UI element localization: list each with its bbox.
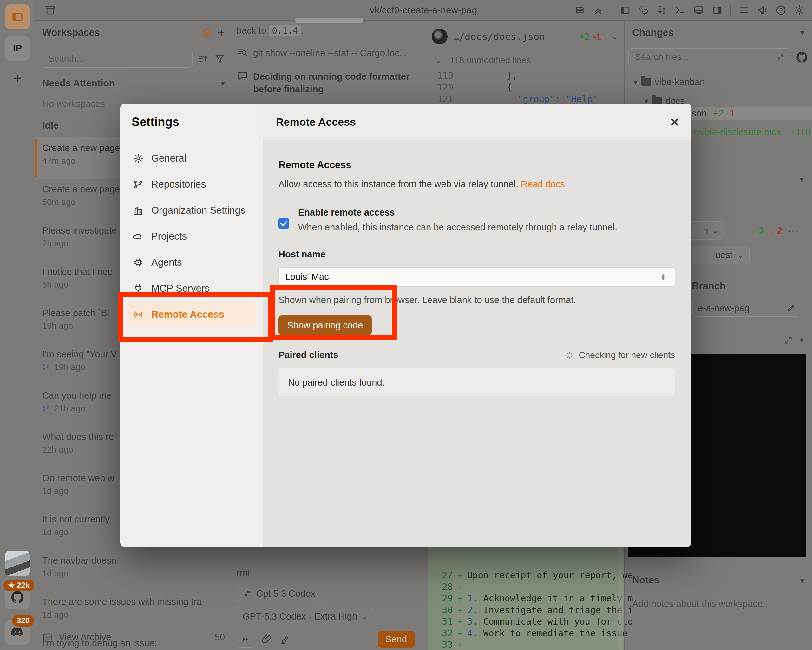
search-input[interactable] [47,54,186,64]
enable-remote-access-checkbox[interactable] [278,218,289,229]
notes-input[interactable]: Add notes about this workspace... [632,599,770,609]
archive-icon [44,5,56,16]
settings-nav-item[interactable]: Projects [127,223,256,249]
settings-nav-item[interactable]: MCP Servers [127,275,256,301]
paired-clients-label: Paired clients [278,350,339,360]
timestamp: 2h ago [42,237,69,250]
workspaces-layout-tile[interactable] [5,5,30,29]
pencil-icon[interactable] [786,303,796,313]
rows-layout-button[interactable] [573,3,587,17]
added-line: 31 + 3. Communicate with you for clo [428,616,624,628]
toggle-right-panel-button[interactable] [710,3,724,17]
close-icon[interactable]: × [670,115,679,129]
chat-bubbles-icon [638,5,649,16]
collapse-all-button[interactable] [591,3,605,17]
new-workspace-button[interactable]: + [218,26,225,39]
section-needs-attention[interactable]: Needs Attention ▾ [35,72,232,94]
more-options-button[interactable]: ··· [788,225,798,236]
show-pairing-code-button[interactable]: Show pairing code [278,315,372,335]
branch-name-field[interactable]: e-a-new-pag [692,300,801,317]
feedback-button[interactable] [756,3,769,17]
github-icon[interactable] [795,51,808,63]
code-line: 121 "group": "Help" [419,93,624,105]
chevron-down-icon[interactable]: ⌄ [611,32,618,41]
github-button[interactable]: ★22k [5,584,30,609]
settings-nav: Settings General Repositories Organizati… [120,104,263,547]
settings-nav-item[interactable]: General [127,145,256,171]
pr-dropdown-button[interactable]: ⌄ [731,246,749,264]
menu-button[interactable] [737,3,751,17]
preview-button[interactable] [692,3,706,17]
view-archive-row[interactable]: View Archive 50 [35,624,232,650]
unmodified-toggle[interactable]: ⌄ 118 unmodified lines [419,44,624,66]
send-button[interactable]: Send [378,631,415,648]
model-select[interactable]: GPT-5.3 Codex · Extra High ⌄ [237,608,374,625]
workspaces-title: Workspaces [42,27,100,38]
scrollbar[interactable] [618,547,623,650]
add-workspace-button[interactable]: + [5,66,30,90]
hostname-label: Host name [278,249,675,260]
chevron-down-icon: ⌄ [435,55,442,66]
settings-nav-item[interactable]: Agents [127,249,256,275]
discord-button[interactable]: 320 [5,620,30,645]
fast-forward-button[interactable] [237,631,254,648]
model-chip-button[interactable]: Gpt 5 3 Codex [237,585,321,602]
discord-icon [10,625,25,639]
tree-folder-vibe-kanban[interactable]: ▾ vibe-kanban [624,73,812,90]
code-line: 119 }, [419,70,624,81]
diff-file-header[interactable]: …/docs/docs.json +2 -1 ⌄ [419,20,624,44]
timestamp: 47m ago [42,154,75,167]
hostname-field[interactable]: Louis' Mac [278,267,675,287]
timestamp: 22h ago [42,444,73,456]
notes-header[interactable]: Notes ▾ [624,569,812,591]
chevron-down-icon[interactable]: ▾ [800,174,804,184]
conversations-button[interactable] [636,3,650,17]
settings-nav-item[interactable]: Repositories [127,171,256,197]
enable-remote-access-label: Enable remote access [298,207,617,218]
filter-icon[interactable] [214,53,226,64]
git-compare-button[interactable] [655,3,669,17]
pen-icon[interactable] [280,633,291,645]
workspace-search-box[interactable] [41,50,192,67]
user-photo-avatar[interactable] [5,551,30,576]
file-search-box[interactable] [628,48,791,66]
search-files-input[interactable] [634,52,776,63]
settings-modal: Settings General Repositories Organizati… [120,104,691,547]
draft-input[interactable]: rmi [237,567,415,578]
rows-icon [574,5,586,16]
added-count: +2 [579,31,590,42]
panel-right-icon [711,5,723,16]
chevron-down-icon[interactable]: ▾ [800,335,804,345]
settings-nav-item[interactable]: Organization Settings [127,197,256,223]
timestamp: 1d ago [42,567,69,580]
help-button[interactable] [774,3,788,17]
layers-icon[interactable] [201,27,212,38]
settings-button[interactable] [792,3,806,17]
archive-box-button[interactable] [43,3,57,17]
list-item[interactable]: The navbar doesn 1d ago [35,550,232,591]
sort-icon[interactable] [198,53,209,64]
timestamp: 1d ago [42,526,69,538]
layout-icon [11,10,24,23]
collapse-icon[interactable] [776,53,785,61]
paperclip-icon[interactable] [261,633,273,645]
expand-icon[interactable] [784,336,793,345]
changes-header[interactable]: Changes ▾ [624,20,812,45]
settings-title: Settings [120,104,263,140]
settings-nav-item[interactable]: Remote Access [127,301,256,327]
scrollbar-thumb[interactable] [295,18,363,23]
toggle-left-panel-button[interactable] [618,3,632,17]
timestamp: 6h ago [42,278,69,291]
chevron-down-icon: ▾ [800,28,804,38]
tool-call-row[interactable]: git show --oneline --stat -- Cargo.loc..… [237,47,415,60]
titlebar: vk/ccf0-create-a-new-pag [35,0,812,21]
read-docs-link[interactable]: Read docs [521,179,565,189]
code-lines: 119 }, 120 { 121 "group": "Help" [419,66,624,105]
status-row[interactable]: Deciding on running code formatterbefore… [237,70,415,96]
gear-icon [794,5,805,16]
checking-status: Checking for new clients [565,350,675,360]
terminal-button[interactable] [673,3,687,17]
chevron-down-icon: ⌄ [737,250,744,260]
plus-icon: + [13,71,21,85]
avatar[interactable]: IP [5,36,30,61]
